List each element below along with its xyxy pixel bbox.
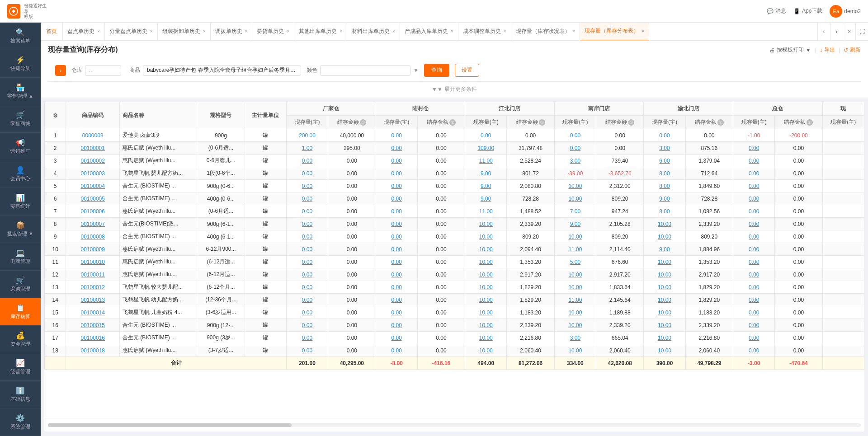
cell-lc-qty[interactable]: 0.00 bbox=[376, 243, 417, 256]
cell-code[interactable]: 00100004 bbox=[66, 180, 120, 192]
cell-na-qty[interactable]: 3.00 bbox=[554, 332, 596, 344]
cell-lc-qty[interactable]: 0.00 bbox=[376, 192, 417, 205]
cell-lc-qty[interactable]: 0.00 bbox=[376, 167, 417, 180]
messages-btn[interactable]: 💬 消息 bbox=[767, 7, 786, 15]
cell-jb-qty[interactable]: 0.00 bbox=[465, 129, 507, 142]
cell-fj-qty[interactable]: 0.00 bbox=[286, 306, 328, 319]
cell-lc-qty[interactable]: 0.00 bbox=[376, 332, 417, 344]
cell-lc-qty[interactable]: 0.00 bbox=[376, 268, 417, 281]
fj-amt-info[interactable]: ① bbox=[360, 119, 366, 126]
cell-code[interactable]: 00100005 bbox=[66, 192, 120, 205]
cell-yb-qty[interactable]: 10.00 bbox=[644, 294, 685, 306]
cell-yb-qty[interactable]: 10.00 bbox=[644, 218, 685, 230]
cell-jb-qty[interactable]: 10.00 bbox=[465, 256, 507, 268]
na-amt-info[interactable]: ① bbox=[628, 119, 634, 126]
cell-zc-qty[interactable]: 0.00 bbox=[733, 155, 775, 167]
cell-na-qty[interactable]: 10.00 bbox=[554, 306, 596, 319]
cell-yb-qty[interactable]: 10.00 bbox=[644, 268, 685, 281]
cell-na-qty[interactable]: 10.00 bbox=[554, 344, 596, 357]
cell-code[interactable]: 00100012 bbox=[66, 281, 120, 294]
cell-na-qty[interactable]: 9.00 bbox=[554, 218, 596, 230]
cell-lc-qty[interactable]: 0.00 bbox=[376, 230, 417, 243]
sidebar-item-wholesale[interactable]: 📦 批发管理 ▼ bbox=[0, 216, 41, 243]
cell-jb-qty[interactable]: 11.00 bbox=[465, 205, 507, 218]
color-input[interactable] bbox=[320, 65, 410, 76]
tab-transfer[interactable]: 调拨单历史 × bbox=[211, 23, 253, 41]
expand-more-btn[interactable]: ▼▼ 展开更多条件 bbox=[432, 84, 477, 95]
jb-amt-info[interactable]: ① bbox=[539, 119, 545, 126]
cell-jb-qty[interactable]: 9.00 bbox=[465, 180, 507, 192]
lc-amt-info[interactable]: ① bbox=[449, 119, 456, 126]
cell-jb-qty[interactable]: 9.00 bbox=[465, 192, 507, 205]
cell-jb-qty[interactable]: 109.00 bbox=[465, 142, 507, 155]
filter-expand-btn[interactable]: › bbox=[55, 65, 66, 76]
cell-code[interactable]: 00100009 bbox=[66, 243, 120, 256]
cell-yb-qty[interactable]: 9.00 bbox=[644, 243, 685, 256]
cell-jb-qty[interactable]: 10.00 bbox=[465, 268, 507, 281]
tab-close-icon[interactable]: × bbox=[451, 29, 453, 34]
cell-zc-qty[interactable]: 0.00 bbox=[733, 180, 775, 192]
tab-assembly[interactable]: 组装拆卸单历史 × bbox=[158, 23, 211, 41]
tab-close-icon[interactable]: × bbox=[203, 29, 206, 34]
tab-close-icon[interactable]: × bbox=[245, 29, 248, 34]
sidebar-item-operations[interactable]: 📈 经营管理 bbox=[0, 353, 41, 381]
cell-zc-qty[interactable]: 0.00 bbox=[733, 294, 775, 306]
tab-finished-in[interactable]: 产成品入库单历史 × bbox=[400, 23, 458, 41]
cell-fj-qty[interactable]: 0.00 bbox=[286, 205, 328, 218]
yb-amt-info[interactable]: ① bbox=[717, 119, 724, 126]
cell-code[interactable]: 00100003 bbox=[66, 167, 120, 180]
cell-jb-qty[interactable]: 10.00 bbox=[465, 294, 507, 306]
cell-fj-qty[interactable]: 0.00 bbox=[286, 230, 328, 243]
cell-zc-qty[interactable]: 0.00 bbox=[733, 306, 775, 319]
cell-zc-qty[interactable]: 0.00 bbox=[733, 218, 775, 230]
tab-close-icon[interactable]: × bbox=[340, 29, 342, 34]
cell-fj-qty[interactable]: 0.00 bbox=[286, 192, 328, 205]
cell-na-qty[interactable]: 10.00 bbox=[554, 319, 596, 332]
cell-yb-qty[interactable]: 8.00 bbox=[644, 167, 685, 180]
cell-na-qty[interactable]: 11.00 bbox=[554, 294, 596, 306]
cell-na-qty[interactable]: 5.00 bbox=[554, 256, 596, 268]
cell-zc-qty[interactable]: -1.00 bbox=[733, 129, 775, 142]
warehouse-input[interactable] bbox=[85, 65, 121, 76]
cell-fj-qty[interactable]: 0.00 bbox=[286, 294, 328, 306]
sidebar-item-retail-mall[interactable]: 🛒 零售商城 bbox=[0, 105, 41, 133]
tab-stock-distribution[interactable]: 现存量（库存分布表） × bbox=[580, 23, 649, 41]
cell-fj-qty[interactable]: 0.00 bbox=[286, 319, 328, 332]
sidebar-item-retail-stat[interactable]: 📊 零售统计 bbox=[0, 188, 41, 216]
cell-jb-qty[interactable]: 10.00 bbox=[465, 332, 507, 344]
cell-yb-qty[interactable]: 8.00 bbox=[644, 180, 685, 192]
tab-home[interactable]: 首页 bbox=[41, 23, 63, 41]
tab-material-out[interactable]: 材料出库单历史 × bbox=[347, 23, 400, 41]
cell-zc-qty[interactable]: 0.00 bbox=[733, 142, 775, 155]
tab-prev-btn[interactable]: ‹ bbox=[817, 23, 830, 41]
cell-fj-qty[interactable]: 0.00 bbox=[286, 256, 328, 268]
th-settings[interactable]: ⚙ bbox=[45, 102, 66, 129]
cell-lc-qty[interactable]: 0.00 bbox=[376, 142, 417, 155]
cell-zc-qty[interactable]: 0.00 bbox=[733, 344, 775, 357]
cell-code[interactable]: 00100018 bbox=[66, 344, 120, 357]
tab-outbound-other[interactable]: 其他出库单历史 × bbox=[294, 23, 347, 41]
cell-fj-qty[interactable]: 0.00 bbox=[286, 344, 328, 357]
tab-close-icon[interactable]: × bbox=[504, 29, 506, 34]
cell-lc-qty[interactable]: 0.00 bbox=[376, 205, 417, 218]
tab-inventory-count[interactable]: 盘点单历史 × bbox=[63, 23, 105, 41]
cell-na-qty[interactable]: 0.00 bbox=[554, 129, 596, 142]
goods-input[interactable] bbox=[143, 65, 301, 76]
cell-yb-qty[interactable]: 9.00 bbox=[644, 192, 685, 205]
sidebar-item-system[interactable]: ⚙️ 系统管理 bbox=[0, 408, 41, 436]
cell-lc-qty[interactable]: 0.00 bbox=[376, 256, 417, 268]
sidebar-item-nav[interactable]: ⚡ 快捷导航 bbox=[0, 50, 41, 78]
cell-code[interactable]: 00100006 bbox=[66, 205, 120, 218]
cell-zc-qty[interactable]: 0.00 bbox=[733, 230, 775, 243]
cell-code[interactable]: 00100015 bbox=[66, 319, 120, 332]
cell-jb-qty[interactable]: 11.00 bbox=[465, 155, 507, 167]
cell-fj-qty[interactable]: 0.00 bbox=[286, 167, 328, 180]
cell-code[interactable]: 00100013 bbox=[66, 294, 120, 306]
cell-na-qty[interactable]: 3.00 bbox=[554, 155, 596, 167]
cell-code[interactable]: 00100001 bbox=[66, 142, 120, 155]
cell-yb-qty[interactable]: 8.00 bbox=[644, 205, 685, 218]
cell-jb-qty[interactable]: 10.00 bbox=[465, 243, 507, 256]
cell-jb-qty[interactable]: 10.00 bbox=[465, 319, 507, 332]
cell-fj-qty[interactable]: 0.00 bbox=[286, 281, 328, 294]
cell-code[interactable]: 00100007 bbox=[66, 218, 120, 230]
